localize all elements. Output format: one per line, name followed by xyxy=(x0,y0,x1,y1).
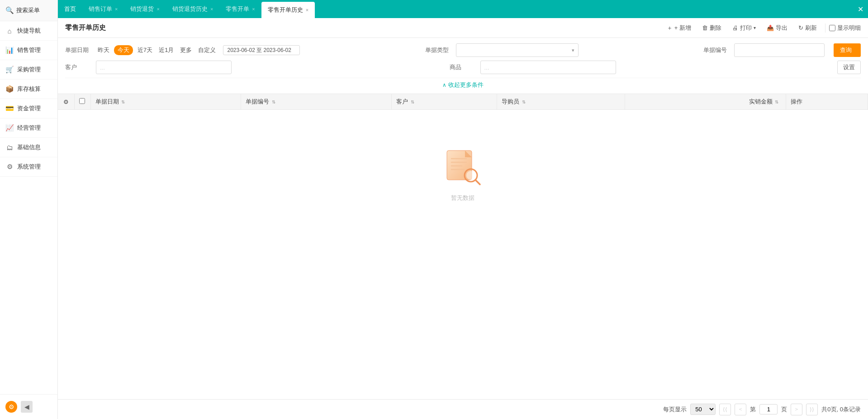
goods-filter-select[interactable]: ... xyxy=(480,61,616,74)
page-suffix: 页 xyxy=(781,405,787,414)
date-opt-more[interactable]: 更多 xyxy=(178,45,194,55)
money-icon: 💳 xyxy=(5,104,14,113)
cart-icon: 🛒 xyxy=(5,66,14,74)
select-all-checkbox[interactable] xyxy=(79,98,85,104)
empty-illustration xyxy=(440,146,485,187)
sort-number-icon: ⇅ xyxy=(272,99,275,104)
th-customer[interactable]: 客户 ⇅ xyxy=(392,94,497,110)
date-range-input[interactable] xyxy=(223,45,300,55)
per-page-label: 每页显示 xyxy=(663,405,687,414)
data-table: ⚙ 单据日期 ⇅ 单据编号 ⇅ 客户 ⇅ xyxy=(58,94,868,220)
more-conditions-label: 收起更多条件 xyxy=(448,81,484,89)
topbar: 首页 销售订单 × 销货退货 × 销货退货历史 × 零售开单 × 零售开单历史 … xyxy=(58,0,868,18)
sort-amount-icon: ⇅ xyxy=(775,99,778,104)
tab-sales-return-history[interactable]: 销货退货历史 × xyxy=(166,0,219,18)
table-settings-icon[interactable]: ⚙ xyxy=(63,99,69,105)
export-icon: 📤 xyxy=(767,24,774,31)
sidebar-item-quick-nav[interactable]: ⌂ 快捷导航 xyxy=(0,21,57,41)
date-opt-yesterday[interactable]: 昨天 xyxy=(96,45,111,55)
print-dropdown-icon: ▾ xyxy=(754,25,756,30)
tab-retail-open[interactable]: 零售开单 × xyxy=(219,0,261,18)
th-date[interactable]: 单据日期 ⇅ xyxy=(90,94,241,110)
refresh-button[interactable]: ↻ 刷新 xyxy=(794,22,821,34)
sidebar-item-label: 库存核算 xyxy=(17,85,41,93)
sidebar-item-basic-info[interactable]: 🗂 基础信息 xyxy=(0,138,57,157)
tab-close-sales-order[interactable]: × xyxy=(115,6,118,12)
table-area: ⚙ 单据日期 ⇅ 单据编号 ⇅ 客户 ⇅ xyxy=(58,94,868,399)
add-button[interactable]: ＋ + 新增 xyxy=(662,22,696,34)
date-opt-today[interactable]: 今天 xyxy=(114,45,133,55)
sidebar-item-sales-mgmt[interactable]: 📊 销售管理 xyxy=(0,41,57,60)
settings-button[interactable]: 设置 xyxy=(837,61,861,74)
tab-close-retail-open-history[interactable]: × xyxy=(306,7,308,13)
refresh-icon: ↻ xyxy=(798,24,803,31)
sidebar-item-operations[interactable]: 📈 经营管理 xyxy=(0,118,57,138)
th-salesperson[interactable]: 导购员 ⇅ xyxy=(497,94,625,110)
page-title: 零售开单历史 xyxy=(65,24,660,32)
prev-page-button[interactable]: ＜ xyxy=(735,404,746,415)
sidebar-search[interactable]: 🔍 搜索采单 xyxy=(0,0,57,21)
tab-retail-open-history[interactable]: 零售开单历史 × xyxy=(261,2,315,18)
sidebar-item-label: 系统管理 xyxy=(17,163,41,171)
type-filter-label: 单据类型 xyxy=(425,46,451,54)
collapse-sidebar-button[interactable]: ◀ xyxy=(21,401,33,413)
th-number[interactable]: 单据编号 ⇅ xyxy=(241,94,392,110)
sidebar-item-label: 快捷导航 xyxy=(17,27,41,35)
toolbar: 零售开单历史 ＋ + 新增 🗑 删除 🖨 打印 ▾ 📤 导出 ↻ 刷新 显示明细 xyxy=(58,18,868,38)
date-opt-last1m[interactable]: 近1月 xyxy=(157,45,175,55)
show-detail-label: 显示明细 xyxy=(829,24,861,32)
tab-close-sales-return-history[interactable]: × xyxy=(210,6,213,12)
th-checkbox[interactable] xyxy=(74,94,90,110)
tab-home[interactable]: 首页 xyxy=(58,0,82,18)
home-icon: ⌂ xyxy=(5,27,14,35)
empty-state: 暂无数据 xyxy=(58,110,868,220)
delete-button[interactable]: 🗑 删除 xyxy=(697,22,726,34)
empty-text: 暂无数据 xyxy=(451,194,474,202)
goods-filter-label: 商品 xyxy=(450,63,475,71)
last-page-button[interactable]: ⟩⟩ xyxy=(806,404,818,415)
show-detail-checkbox[interactable] xyxy=(829,25,835,31)
more-conditions-toggle[interactable]: ∧ 收起更多条件 xyxy=(65,78,861,91)
sidebar-item-finance[interactable]: 💳 资金管理 xyxy=(0,99,57,118)
type-filter-select[interactable]: ▾ xyxy=(456,43,579,57)
tab-sales-return[interactable]: 销货退货 × xyxy=(124,0,166,18)
sidebar-item-label: 资金管理 xyxy=(17,104,41,113)
query-button[interactable]: 查询 xyxy=(834,43,861,57)
sidebar-item-purchase-mgmt[interactable]: 🛒 采购管理 xyxy=(0,60,57,80)
export-button[interactable]: 📤 导出 xyxy=(762,22,792,34)
next-page-button[interactable]: ＞ xyxy=(791,404,802,415)
tab-sales-order[interactable]: 销售订单 × xyxy=(82,0,124,18)
th-amount[interactable]: 实销金额 ⇅ xyxy=(625,94,786,110)
toolbar-divider xyxy=(825,24,825,33)
tab-close-retail-open[interactable]: × xyxy=(252,6,255,12)
page-label: 第 xyxy=(750,405,756,414)
sidebar-search-label: 搜索采单 xyxy=(16,6,40,14)
per-page-select[interactable]: 50 20 100 xyxy=(690,404,716,415)
goods-select-dots: ... xyxy=(484,64,489,71)
sidebar-item-label: 采购管理 xyxy=(17,66,41,74)
page-number-input[interactable] xyxy=(759,404,778,414)
sidebar: 🔍 搜索采单 ⌂ 快捷导航 📊 销售管理 🛒 采购管理 📦 库存核算 💳 资金管… xyxy=(0,0,58,419)
customer-select-dots: ... xyxy=(100,64,105,71)
customer-filter-select[interactable]: ... xyxy=(96,61,232,74)
print-button[interactable]: 🖨 打印 ▾ xyxy=(728,22,760,34)
basic-icon: 🗂 xyxy=(5,143,14,151)
tab-close-sales-return[interactable]: × xyxy=(157,6,159,12)
date-opt-last7[interactable]: 近7天 xyxy=(136,45,154,55)
topbar-close-button[interactable]: ✕ xyxy=(858,5,863,14)
sidebar-item-inventory[interactable]: 📦 库存核算 xyxy=(0,80,57,99)
date-opt-custom[interactable]: 自定义 xyxy=(196,45,218,55)
sort-date-icon: ⇅ xyxy=(121,99,125,104)
add-icon: ＋ xyxy=(667,24,673,32)
pagination: 每页显示 50 20 100 ⟨⟨ ＜ 第 页 ＞ ⟩⟩ 共0页, 0条记录 xyxy=(58,399,868,419)
filter-area: 单据日期 昨天 今天 近7天 近1月 更多 自定义 单据类型 ▾ 单据编号 查询… xyxy=(58,38,868,94)
settings-gear-button[interactable]: ⚙ xyxy=(5,401,17,413)
first-page-button[interactable]: ⟨⟨ xyxy=(719,404,731,415)
type-select-arrow: ▾ xyxy=(572,47,574,53)
main-area: 首页 销售订单 × 销货退货 × 销货退货历史 × 零售开单 × 零售开单历史 … xyxy=(58,0,868,419)
date-filter-label: 单据日期 xyxy=(65,46,90,54)
sidebar-item-system-mgmt[interactable]: ⚙ 系统管理 xyxy=(0,157,57,177)
system-icon: ⚙ xyxy=(5,163,14,171)
th-settings[interactable]: ⚙ xyxy=(58,94,74,110)
number-filter-input[interactable] xyxy=(734,43,825,57)
